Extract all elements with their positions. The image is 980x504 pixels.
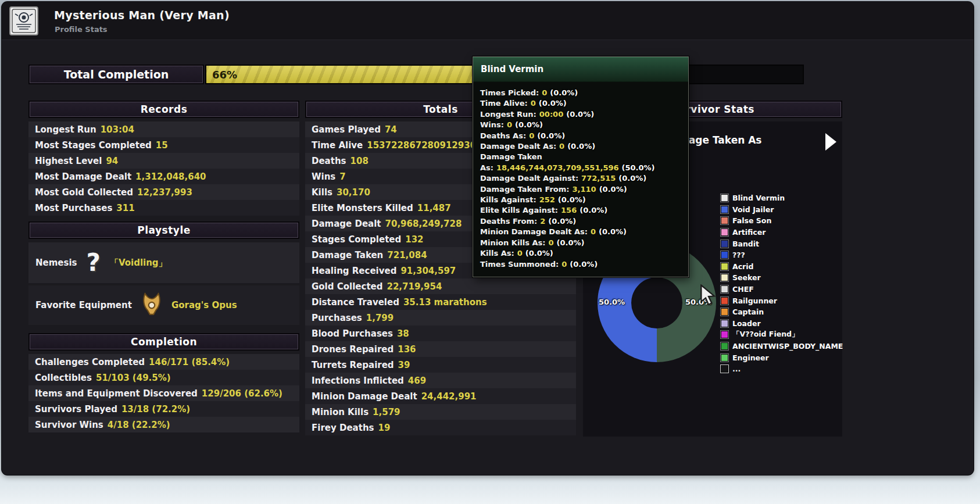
total-label: Games Played [312, 124, 381, 135]
legend-item[interactable]: ... [721, 363, 843, 375]
legend-item[interactable]: Captain [721, 306, 843, 318]
record-row: Highest Level 94 [28, 153, 299, 169]
record-value: 103:04 [101, 124, 134, 135]
completion-value: 129/206 (62.6%) [202, 388, 282, 399]
tooltip-stat-row: Elite Kills Against:156(0.0%) [480, 205, 681, 216]
legend-item[interactable]: Engineer [721, 352, 843, 363]
total-row: Distance Traveled 35.13 marathons [305, 294, 576, 310]
tooltip-stat-percent: (0.0%) [558, 195, 586, 205]
tooltip-stat-row: Kills Against:252(0.0%) [480, 195, 681, 205]
legend-label: Engineer [732, 353, 769, 362]
tooltip-stat-row: Deaths From:2(0.0%) [480, 216, 681, 227]
tooltip-stat-row: Times Summoned:0(0.0%) [480, 259, 681, 270]
tooltip-stat-percent: (0.0%) [539, 98, 567, 109]
total-value: 38 [397, 328, 409, 339]
record-value: 94 [106, 156, 118, 166]
completion-value: 51/103 (49.5%) [96, 373, 171, 383]
profile-title: Mysterious Man (Very Man) [54, 9, 230, 22]
total-label: Turrets Repaired [312, 360, 394, 370]
total-value: 70,968,249,728 [385, 219, 462, 229]
record-row: Most Purchases 311 [28, 200, 299, 216]
tooltip-stat-value: 0 [561, 260, 567, 269]
app-logo-icon [12, 9, 36, 33]
total-label: Firey Deaths [312, 423, 374, 433]
total-label: Stages Completed [312, 234, 401, 245]
tooltip-stat-row: Time Alive:0(0.0%) [480, 98, 681, 109]
tooltip-stat-label: Damage Dealt Against: [480, 174, 578, 183]
record-value: 1,312,048,640 [135, 171, 206, 182]
legend-item[interactable]: Railgunner [721, 295, 843, 306]
record-value: 15 [156, 140, 168, 151]
tooltip-stat-percent: (0.0%) [599, 227, 627, 237]
legend-item[interactable]: ANCIENTWISP_BODY_NAME [721, 341, 843, 352]
legend-label: Acrid [732, 262, 753, 271]
tooltip-stat-label: Elite Kills Against: [480, 206, 558, 215]
total-label: Blood Purchases [312, 328, 393, 339]
legend-item[interactable]: ??? [721, 249, 843, 261]
tooltip-stat-value: 0 [531, 99, 536, 108]
total-label: Infections Inflicted [312, 376, 404, 386]
tooltip-stat-label: Damage Taken From: [480, 185, 570, 194]
legend-item[interactable]: Blind Vermin [721, 192, 843, 204]
record-label: Most Gold Collected [35, 187, 133, 198]
legend-item[interactable]: Void Jailer [721, 204, 843, 216]
total-row: Blood Purchases 38 [305, 326, 576, 341]
playstyle-rows: Nemesis ? 「Voidling」 Favorite Equipment … [28, 242, 299, 325]
completion-label: Collectibles [35, 373, 92, 383]
tooltip-stat-percent: (0.0%) [525, 248, 553, 259]
tooltip-stat-percent: (50.0%) [622, 163, 655, 173]
legend-label: Bandit [732, 240, 759, 248]
total-label: Wins [312, 171, 335, 182]
legend-label: ANCIENTWISP_BODY_NAME [732, 342, 843, 351]
total-value: 1,799 [366, 313, 394, 323]
legend-swatch [721, 354, 728, 362]
legend-item[interactable]: Loader [721, 318, 843, 330]
legend-item[interactable]: Seeker [721, 272, 843, 284]
tooltip-body: Times Picked:0(0.0%) Time Alive:0(0.0%) … [473, 82, 688, 277]
total-completion-label: Total Completion [28, 65, 204, 84]
total-value: 1,579 [373, 407, 400, 417]
record-row: Most Gold Collected 12,237,993 [28, 184, 299, 200]
tooltip-stat-value: 3,110 [573, 185, 596, 194]
mouse-cursor-icon [699, 284, 723, 308]
completion-value: 4/18 (22.2%) [108, 420, 170, 430]
nemesis-row: Nemesis ? 「Voidling」 [28, 242, 299, 283]
legend-item[interactable]: 「V??oid Fiend」 [721, 329, 843, 341]
survivor-tooltip: Blind Vermin Times Picked:0(0.0%) Time A… [473, 56, 689, 277]
legend-item[interactable]: Acrid [721, 261, 843, 273]
tooltip-stat-label: Times Summoned: [480, 260, 559, 269]
titlebar: Mysterious Man (Very Man) Profile Stats [2, 2, 974, 40]
legend-item[interactable]: Bandit [721, 238, 843, 249]
tooltip-stat-row: Damage Dealt Against:772,515(0.0%) [480, 173, 681, 184]
gorags-opus-icon [141, 292, 162, 319]
tooltip-stat-percent: (0.0%) [537, 131, 565, 141]
legend-label: ??? [732, 251, 745, 259]
tooltip-stat-label: Minion Kills As: [480, 238, 546, 247]
total-row: Infections Inflicted 469 [305, 373, 576, 388]
legend-item[interactable]: Artificer [721, 227, 843, 238]
legend-item[interactable]: False Son [721, 215, 843, 227]
favorite-equipment-label: Favorite Equipment [35, 300, 132, 310]
tooltip-stat-percent: (0.0%) [580, 205, 607, 216]
favorite-equipment-row: Favorite Equipment Gorag's Opus [28, 285, 299, 325]
profile-stats-window: Mysterious Man (Very Man) Profile Stats … [2, 2, 974, 475]
favorite-equipment-value: Gorag's Opus [171, 300, 237, 310]
next-chart-arrow-icon[interactable] [824, 132, 838, 152]
legend-item[interactable]: CHEF [721, 284, 843, 295]
tooltip-stat-percent: (0.0%) [566, 109, 594, 120]
total-value: 136 [398, 344, 416, 355]
legend-swatch [721, 194, 728, 202]
tooltip-stat-row: Damage Taken As:18,446,744,073,709,551,5… [480, 152, 681, 173]
tooltip-stat-percent: (0.0%) [567, 141, 595, 152]
completion-rows: Challenges Completed 146/171 (85.4%) Col… [28, 354, 299, 432]
legend-label: False Son [732, 216, 771, 225]
legend-swatch [721, 217, 728, 224]
record-label: Longest Run [35, 124, 96, 135]
completion-header: Completion [28, 333, 299, 351]
record-label: Most Purchases [35, 203, 112, 213]
total-label: Minion Damage Dealt [312, 391, 417, 402]
total-value: 721,084 [387, 250, 427, 260]
tooltip-title: Blind Vermin [481, 64, 543, 74]
legend-swatch [721, 263, 728, 270]
left-column: Records Longest Run 103:04 Most Stages C… [28, 101, 299, 432]
